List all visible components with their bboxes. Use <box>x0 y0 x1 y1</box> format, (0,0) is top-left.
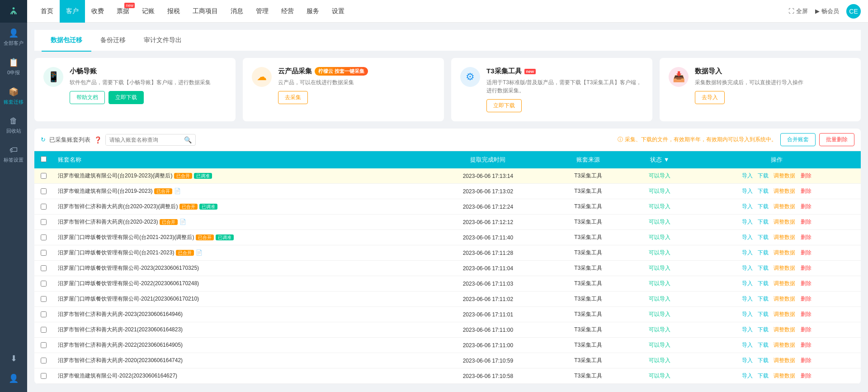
download-link[interactable]: 下载 <box>758 249 769 256</box>
row-checkbox[interactable] <box>41 296 47 302</box>
row-checkbox[interactable] <box>41 281 47 287</box>
sidebar-item-tag-settings[interactable]: 🏷 标签设置 <box>0 140 27 169</box>
nav-item-manage[interactable]: 管理 <box>250 0 275 23</box>
delete-link[interactable]: 删除 <box>801 373 811 379</box>
download-link[interactable]: 下载 <box>758 265 769 271</box>
tab-backup-migration[interactable]: 备份迁移 <box>91 30 135 52</box>
import-link[interactable]: 导入 <box>742 311 753 317</box>
delete-link[interactable]: 删除 <box>801 234 811 240</box>
import-link[interactable]: 导入 <box>742 265 753 271</box>
delete-link[interactable]: 删除 <box>801 296 811 302</box>
adjust-data-link[interactable]: 调整数据 <box>774 342 795 348</box>
adjust-data-link[interactable]: 调整数据 <box>774 296 795 302</box>
nav-item-home[interactable]: 首页 <box>34 0 60 23</box>
user-avatar[interactable]: CE <box>846 4 861 19</box>
adjust-data-link[interactable]: 调整数据 <box>774 326 795 333</box>
batch-delete-btn[interactable]: 批量删除 <box>819 133 854 146</box>
col-status[interactable]: 状态 ▼ <box>627 151 692 168</box>
nav-item-customer[interactable]: 客户 <box>60 0 85 23</box>
import-link[interactable]: 导入 <box>742 280 753 287</box>
nav-item-tax[interactable]: 报税 <box>161 0 186 23</box>
import-link[interactable]: 导入 <box>742 373 753 379</box>
delete-link[interactable]: 删除 <box>801 326 811 333</box>
adjust-data-link[interactable]: 调整数据 <box>774 311 795 317</box>
download-link[interactable]: 下载 <box>758 234 769 240</box>
file-icon[interactable]: 📄 <box>179 219 186 225</box>
import-link[interactable]: 导入 <box>742 219 753 225</box>
row-checkbox[interactable] <box>41 204 47 210</box>
import-link[interactable]: 导入 <box>742 342 753 348</box>
delete-link[interactable]: 删除 <box>801 357 811 363</box>
delete-link[interactable]: 删除 <box>801 311 811 317</box>
xiao-chang-help-btn[interactable]: 帮助文档 <box>70 91 105 104</box>
import-link[interactable]: 导入 <box>742 188 753 194</box>
import-link[interactable]: 导入 <box>742 234 753 240</box>
nav-item-service[interactable]: 服务 <box>300 0 326 23</box>
adjust-data-link[interactable]: 调整数据 <box>774 357 795 363</box>
row-checkbox[interactable] <box>41 327 47 333</box>
delete-link[interactable]: 删除 <box>801 219 811 225</box>
download-link[interactable]: 下载 <box>758 296 769 302</box>
row-checkbox[interactable] <box>41 250 47 256</box>
import-link[interactable]: 导入 <box>742 172 753 179</box>
delete-link[interactable]: 删除 <box>801 342 811 348</box>
adjust-data-link[interactable]: 调整数据 <box>774 234 795 240</box>
import-link[interactable]: 导入 <box>742 326 753 333</box>
nav-item-account[interactable]: 记账 <box>136 0 161 23</box>
refresh-icon[interactable]: ↻ <box>41 136 46 143</box>
fullscreen-btn[interactable]: ⛶ 全屏 <box>788 7 808 15</box>
delete-link[interactable]: 删除 <box>801 249 811 256</box>
import-link[interactable]: 导入 <box>742 357 753 363</box>
download-link[interactable]: 下载 <box>758 280 769 287</box>
adjust-data-link[interactable]: 调整数据 <box>774 265 795 271</box>
nav-item-message[interactable]: 消息 <box>224 0 250 23</box>
download-link[interactable]: 下载 <box>758 203 769 210</box>
member-btn[interactable]: ▶ 畅会员 <box>815 7 839 15</box>
adjust-data-link[interactable]: 调整数据 <box>774 219 795 225</box>
sidebar-user-btn[interactable]: 👤 <box>0 369 27 387</box>
delete-link[interactable]: 删除 <box>801 265 811 271</box>
sidebar-item-recycle[interactable]: 🗑 回收站 <box>0 111 27 140</box>
t3-download-btn[interactable]: 立即下载 <box>486 99 522 112</box>
row-checkbox[interactable] <box>41 173 47 179</box>
download-link[interactable]: 下载 <box>758 326 769 333</box>
xiao-chang-download-btn[interactable]: 立即下载 <box>108 91 144 104</box>
download-link[interactable]: 下载 <box>758 342 769 348</box>
adjust-data-link[interactable]: 调整数据 <box>774 188 795 194</box>
delete-link[interactable]: 删除 <box>801 172 811 179</box>
data-import-btn[interactable]: 去导入 <box>695 91 725 104</box>
delete-link[interactable]: 删除 <box>801 188 811 194</box>
row-checkbox[interactable] <box>41 373 47 379</box>
row-checkbox[interactable] <box>41 219 47 225</box>
sidebar-item-all-clients[interactable]: 👤 全部客户 <box>0 23 27 52</box>
nav-item-fee[interactable]: 收费 <box>85 0 110 23</box>
cloud-collect-btn[interactable]: 去采集 <box>278 91 308 104</box>
adjust-data-link[interactable]: 调整数据 <box>774 373 795 379</box>
import-link[interactable]: 导入 <box>742 296 753 302</box>
file-icon[interactable]: 📄 <box>196 249 203 256</box>
search-button[interactable]: 🔍 <box>180 136 195 143</box>
row-checkbox[interactable] <box>41 342 47 348</box>
sidebar-download-btn[interactable]: ⬇ <box>0 349 27 368</box>
download-link[interactable]: 下载 <box>758 311 769 317</box>
import-link[interactable]: 导入 <box>742 249 753 256</box>
download-link[interactable]: 下载 <box>758 357 769 363</box>
delete-link[interactable]: 删除 <box>801 203 811 210</box>
tab-data-migration[interactable]: 数据包迁移 <box>42 30 91 52</box>
download-link[interactable]: 下载 <box>758 188 769 194</box>
file-icon[interactable]: 📄 <box>174 188 181 194</box>
download-link[interactable]: 下载 <box>758 172 769 179</box>
help-icon[interactable]: ❓ <box>94 136 102 143</box>
adjust-data-link[interactable]: 调整数据 <box>774 203 795 210</box>
row-checkbox[interactable] <box>41 234 47 240</box>
row-checkbox[interactable] <box>41 311 47 317</box>
sidebar-item-account-migration[interactable]: 📦 账套迁移 <box>0 81 27 111</box>
nav-item-settings[interactable]: 设置 <box>326 0 351 23</box>
nav-item-bizproject[interactable]: 工商项目 <box>186 0 224 23</box>
adjust-data-link[interactable]: 调整数据 <box>774 249 795 256</box>
download-link[interactable]: 下载 <box>758 219 769 225</box>
import-link[interactable]: 导入 <box>742 203 753 210</box>
select-all-checkbox[interactable] <box>41 156 47 162</box>
row-checkbox[interactable] <box>41 188 47 194</box>
nav-item-invoice[interactable]: 票据 new <box>110 0 136 23</box>
